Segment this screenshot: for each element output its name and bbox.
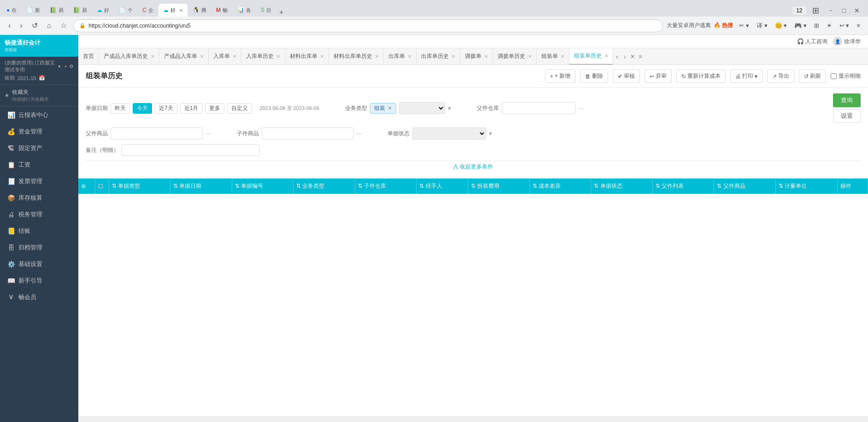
game-icon[interactable]: 🎮 ▾ [792,21,809,30]
tab-adjust[interactable]: 调拨单✕ [460,48,493,65]
display-detail-checkbox[interactable] [831,73,837,79]
abandon-btn[interactable]: ↩ 弃审 [645,69,672,83]
tab-adjust-hist[interactable]: 调拨单历史✕ [493,48,537,65]
browser-tab-2[interactable]: 📄 新 [22,4,45,17]
delete-btn[interactable]: 🗑 删除 [580,69,608,83]
order-status-more-icon[interactable]: ▾ [489,130,492,137]
7days-btn[interactable]: 近7天 [155,103,177,114]
tab-close-mat-out[interactable]: ✕ [320,54,324,59]
tab-mat-out[interactable]: 材料出库单✕ [285,48,329,65]
tab-close-in-hist[interactable]: ✕ [276,54,280,59]
undo-icon[interactable]: ↩ ▾ [837,21,852,30]
th-check[interactable]: ☐ [95,179,109,194]
favorites-section[interactable]: ★ 收藏夹 快捷键打开收藏夹 [0,85,78,107]
grid-icon[interactable]: ⊞ [812,21,821,30]
tab-home[interactable]: 首页 [78,48,99,65]
tab-out[interactable]: 出库单✕ [384,48,416,65]
parent-goods-input[interactable] [111,127,203,139]
sidebar-item-guide[interactable]: 📖 新手引导 [0,272,78,289]
tab-close-prod-in-hist[interactable]: ✕ [151,54,154,59]
home-btn[interactable]: ⌂ [44,20,54,32]
more-date-btn[interactable]: 更多 [205,103,224,114]
tab-close-mat-out-hist[interactable]: ✕ [375,54,379,59]
th-unit[interactable]: ⇅ 计量单位 [775,179,837,194]
recalc-cost-btn[interactable]: ↻ 重新计算成本 [676,69,726,83]
biz-type-more-icon[interactable]: ▾ [448,104,451,112]
star-btn[interactable]: ☆ [58,19,70,32]
child-goods-more-icon[interactable]: ··· [357,130,362,137]
tab-assemble-hist[interactable]: 组装单历史✕ [569,48,613,65]
th-disassemble-cost[interactable]: ⇅ 拆装费用 [468,179,530,194]
emoji-icon[interactable]: 😊 ▾ [773,21,790,30]
browser-tab-6[interactable]: 📄 个 [114,4,137,17]
sidebar-item-invoice[interactable]: 🧾 发票管理 [0,173,78,190]
sidebar-item-tax[interactable]: 🖨 税务管理 [0,206,78,223]
browser-tab-7[interactable]: C 企 [138,4,158,17]
browser-tab-5[interactable]: ☁ 好 [92,4,114,17]
maximize-btn[interactable]: □ [839,6,849,15]
browser-tab-9[interactable]: 🐧 腾 [188,4,211,17]
sidebar-item-fund[interactable]: 💰 资金管理 [0,123,78,140]
yesterday-btn[interactable]: 昨天 [111,103,130,114]
new-tab-btn[interactable]: + [276,8,286,17]
th-parent-list[interactable]: ⇅ 父件列表 [652,179,714,194]
tab-nav-next[interactable]: › [621,53,629,60]
biz-type-remove-btn[interactable]: ✕ [387,105,392,111]
sun-icon[interactable]: ☀ [824,21,834,30]
tab-close-assemble-hist[interactable]: ✕ [604,53,608,58]
query-btn[interactable]: 查询 [833,93,861,107]
th-doc-no[interactable]: ⇅ 单据编号 [232,179,293,194]
close-btn-win[interactable]: ✕ [851,6,862,15]
biz-type-select[interactable]: 组装 拆装 [399,102,445,114]
tab-close-in-order[interactable]: ✕ [233,54,236,59]
tab-mat-out-hist[interactable]: 材料出库单历史✕ [329,48,384,65]
parent-warehouse-input[interactable] [502,102,575,114]
export-btn[interactable]: ↗ 导出 [767,69,794,83]
approve-btn[interactable]: ✔ 审核 [613,69,640,83]
address-input[interactable]: 🔒 https://cloud.chanjet.com/accounting/u… [73,19,663,32]
tab-out-hist[interactable]: 出库单历史✕ [416,48,460,65]
1month-btn[interactable]: 近1月 [180,103,203,114]
tab-assemble[interactable]: 组装单✕ [537,48,569,65]
tab-in-hist[interactable]: 入库单历史✕ [241,48,285,65]
tab-in-order[interactable]: 入库单✕ [209,48,241,65]
scissors-icon[interactable]: ✂ ▾ [737,21,751,30]
tab-close-all[interactable]: ✕ [628,53,637,60]
tab-prod-in[interactable]: 产成品入库单✕ [159,48,209,65]
minimize-btn[interactable]: － [825,6,837,16]
browser-tab-3[interactable]: 📗 易 [45,4,68,17]
sidebar-item-settings[interactable]: ⚙️ 基础设置 [0,256,78,272]
th-biz-type[interactable]: ⇅ 业务类型 [293,179,355,194]
refresh-btn[interactable]: ↺ 刷新 [799,69,826,83]
th-gear[interactable]: ⚙ [78,179,95,194]
sidebar-item-fixed-assets[interactable]: 🏗 固定资产 [0,140,78,156]
parent-goods-more-icon[interactable]: ··· [205,130,211,137]
custom-date-btn[interactable]: 自定义 [227,103,252,114]
th-child-warehouse[interactable]: ⇅ 子件仓库 [355,179,416,194]
tab-more-icon[interactable]: ≡ [637,53,644,60]
settings-company-icon[interactable]: ⚙ [69,64,74,69]
sidebar-item-member[interactable]: V 畅会员 [0,289,78,306]
browser-tab-4[interactable]: 📗 易 [69,4,92,17]
add-company-icon[interactable]: + [65,64,67,69]
parent-warehouse-more-icon[interactable]: ··· [578,104,584,112]
tab-close-out-hist[interactable]: ✕ [452,54,455,59]
browser-tab-8[interactable]: ☁ 好 ✕ [158,4,188,17]
calendar-icon[interactable]: 📅 [39,75,45,81]
browser-tab-12[interactable]: S 目 [256,4,276,17]
print-btn[interactable]: 🖨 打印 ▾ [730,69,762,83]
th-doc-date[interactable]: ⇅ 单据日期 [170,179,232,194]
tab-prod-in-hist[interactable]: 产成品入库单历史✕ [99,48,159,65]
tab-close-adjust-hist[interactable]: ✕ [528,54,532,59]
forward-btn[interactable]: › [17,20,25,32]
th-doc-status[interactable]: ⇅ 单据状态 [591,179,653,194]
tab-close-assemble[interactable]: ✕ [561,54,564,59]
browser-tab-10[interactable]: M 畅 [211,4,232,17]
company-dropdown-icon[interactable]: ▾ [58,64,61,69]
tab-close-adjust[interactable]: ✕ [484,54,488,59]
th-cost-diff[interactable]: ⇅ 成本差异 [529,179,591,194]
tab-close-out[interactable]: ✕ [408,54,411,59]
sidebar-item-archive[interactable]: 🗄 归档管理 [0,239,78,256]
th-parent-goods[interactable]: ⇅ 父件商品 [714,179,776,194]
sidebar-item-settle[interactable]: 📒 结账 [0,223,78,239]
